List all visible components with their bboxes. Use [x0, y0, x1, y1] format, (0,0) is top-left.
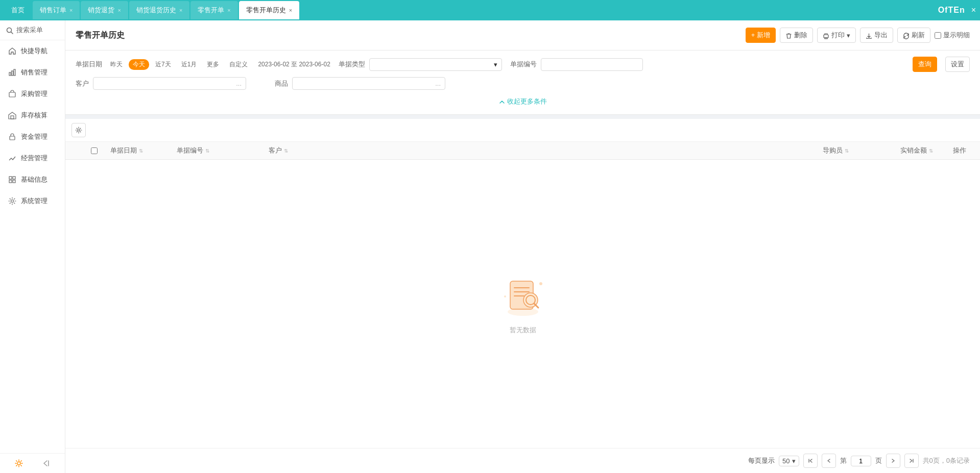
sidebar-item-purchase-mgmt[interactable]: 采购管理	[0, 83, 65, 105]
add-button[interactable]: + 新增	[746, 28, 776, 43]
display-detail-checkbox-group[interactable]: 显示明细	[935, 31, 970, 40]
product-input[interactable]: ...	[292, 77, 445, 90]
customer-filter: 客户 ...	[76, 77, 246, 90]
sidebar-item-inventory-label: 库存核算	[21, 111, 47, 120]
sort-amount-icon[interactable]: ⇅	[929, 148, 933, 154]
sidebar-item-operations[interactable]: 经营管理	[0, 147, 65, 169]
sidebar-collapse-icon[interactable]	[41, 459, 51, 468]
select-all-checkbox[interactable]	[91, 147, 98, 154]
customer-value	[98, 80, 236, 87]
display-detail-checkbox[interactable]	[935, 32, 941, 39]
empty-text: 暂无数据	[510, 326, 536, 335]
refresh-label: 刷新	[912, 31, 925, 40]
sort-order-no-icon[interactable]: ⇅	[205, 148, 209, 154]
date-1month[interactable]: 近1月	[177, 59, 201, 70]
date-today[interactable]: 今天	[129, 59, 149, 70]
next-page-btn[interactable]	[886, 454, 900, 468]
tab-sales-return-close[interactable]: ×	[117, 7, 121, 13]
per-page-label: 每页显示	[748, 456, 775, 465]
date-7days[interactable]: 近7天	[151, 59, 175, 70]
sidebar-item-basic-info[interactable]: 基础信息	[0, 169, 65, 190]
sidebar-item-sales-mgmt-label: 销售管理	[21, 68, 47, 77]
svg-rect-15	[824, 35, 828, 38]
sidebar-search[interactable]: 搜索采单	[0, 20, 65, 40]
svg-rect-11	[13, 180, 15, 183]
tab-retail-open-history-close[interactable]: ×	[289, 7, 292, 13]
window-close-btn[interactable]: ×	[971, 6, 976, 15]
per-page-dropdown-icon: ▾	[792, 457, 796, 465]
sort-date-icon[interactable]: ⇅	[139, 148, 143, 154]
date-custom[interactable]: 自定义	[225, 59, 252, 70]
date-yesterday[interactable]: 昨天	[106, 59, 127, 70]
order-no-value	[545, 61, 638, 68]
sidebar-item-inventory[interactable]: 库存核算	[0, 105, 65, 126]
per-page-value: 50	[782, 457, 790, 465]
per-page-select[interactable]: 50 ▾	[779, 456, 799, 466]
table-section: 单据日期 ⇅ 单据编号 ⇅ 客户 ⇅ 导购员 ⇅ 实销金额 ⇅	[65, 119, 980, 448]
th-checkbox[interactable]	[84, 147, 104, 154]
th-amount: 实销金额 ⇅	[878, 146, 939, 155]
sidebar-item-finance[interactable]: 资金管理	[0, 126, 65, 147]
lock-icon	[8, 132, 17, 141]
settings-button[interactable]: 设置	[945, 57, 970, 72]
tab-home[interactable]: 首页	[4, 1, 32, 19]
export-button[interactable]: 导出	[860, 28, 893, 43]
tab-sales-return-history-close[interactable]: ×	[179, 7, 182, 13]
sidebar-gear-icon[interactable]	[14, 459, 23, 468]
date-filter: 单据日期 昨天 今天 近7天 近1月 更多 自定义 2023-06-02 至 2…	[76, 59, 330, 70]
order-no-input[interactable]	[541, 58, 643, 71]
print-button[interactable]: 打印 ▾	[817, 28, 856, 43]
sidebar-item-quick-nav[interactable]: 快捷导航	[0, 40, 65, 62]
tab-retail-open-close[interactable]: ×	[227, 7, 230, 13]
table-column-settings-btn[interactable]	[71, 123, 86, 137]
svg-line-1	[11, 32, 13, 34]
collapse-filter-label: 收起更多条件	[507, 97, 547, 106]
svg-rect-8	[9, 177, 12, 179]
bar-chart-icon	[8, 154, 17, 163]
refresh-icon	[903, 31, 910, 39]
sidebar-bottom	[0, 453, 65, 473]
page-header: 零售开单历史 + 新增 删除 打印 ▾	[65, 20, 980, 51]
sort-customer-icon[interactable]: ⇅	[284, 148, 288, 154]
sidebar-item-finance-label: 资金管理	[21, 132, 47, 141]
prev-page-btn[interactable]	[822, 454, 836, 468]
th-action: 操作	[939, 146, 980, 155]
page-number-input[interactable]: 1	[851, 456, 871, 466]
tab-sales-order-close[interactable]: ×	[69, 7, 73, 13]
th-date: 单据日期 ⇅	[104, 146, 171, 155]
date-more[interactable]: 更多	[203, 59, 223, 70]
collapse-filter-btn[interactable]: 收起更多条件	[493, 95, 553, 108]
date-shortcuts: 昨天 今天 近7天 近1月 更多 自定义	[106, 59, 252, 70]
last-page-btn[interactable]	[904, 454, 919, 468]
sidebar-item-system[interactable]: 系统管理	[0, 190, 65, 212]
order-type-select[interactable]: ▾	[369, 58, 502, 71]
date-filter-label: 单据日期	[76, 60, 102, 69]
tab-retail-open-history-label: 零售开单历史	[246, 6, 286, 15]
tab-retail-open-label: 零售开单	[198, 6, 224, 15]
page-title: 零售开单历史	[76, 30, 125, 48]
filter-row-2: 客户 ... 商品 ...	[76, 77, 970, 90]
display-detail-label: 显示明细	[943, 31, 970, 40]
sort-guide-icon[interactable]: ⇅	[845, 148, 849, 154]
order-no-filter: 单据编号	[510, 58, 643, 71]
svg-point-13	[17, 462, 20, 465]
tab-sales-return[interactable]: 销货退货 ×	[81, 1, 128, 19]
svg-rect-7	[10, 136, 15, 140]
filter-area: 单据日期 昨天 今天 近7天 近1月 更多 自定义 2023-06-02 至 2…	[65, 51, 980, 115]
tab-sales-return-history[interactable]: 销货退货历史 ×	[129, 1, 189, 19]
sidebar: 搜索采单 快捷导航 销售管理 采购管理 库存核算	[0, 20, 65, 473]
brand-label: OfTEn	[938, 6, 965, 15]
tab-retail-open-history[interactable]: 零售开单历史 ×	[239, 1, 299, 19]
main-layout: 搜索采单 快捷导航 销售管理 采购管理 库存核算	[0, 20, 980, 473]
customer-input[interactable]: ...	[93, 77, 246, 90]
svg-point-16	[78, 129, 80, 131]
tab-retail-open[interactable]: 零售开单 ×	[190, 1, 237, 19]
query-button[interactable]: 查询	[913, 57, 937, 72]
sidebar-item-system-label: 系统管理	[21, 196, 47, 206]
sidebar-item-sales-mgmt[interactable]: 销售管理	[0, 62, 65, 83]
refresh-button[interactable]: 刷新	[897, 28, 930, 43]
tab-sales-order[interactable]: 销售订单 ×	[33, 1, 80, 19]
delete-button[interactable]: 删除	[780, 28, 813, 43]
collapse-up-icon	[499, 98, 505, 106]
first-page-btn[interactable]	[803, 454, 818, 468]
